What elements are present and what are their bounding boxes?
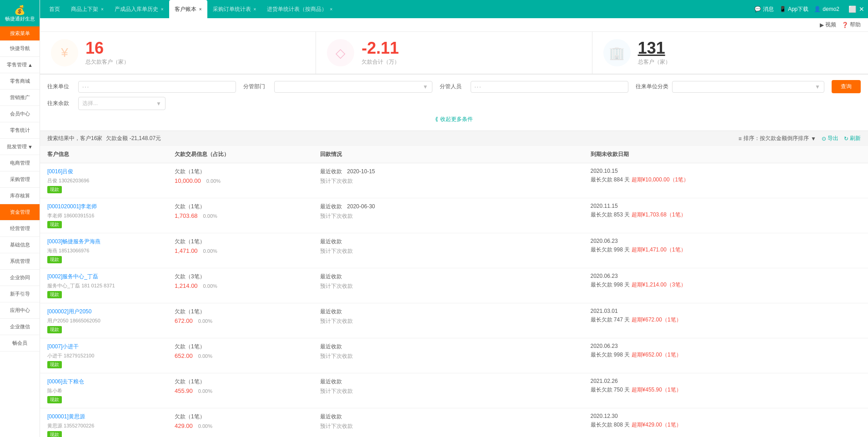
chevron-down-icon: ▼ (28, 144, 33, 150)
sidebar-item-corp-wechat[interactable]: 企业微信 (0, 319, 40, 335)
source-unit-input[interactable]: ··· (78, 81, 236, 93)
payback-label-2: 最近收款 (320, 238, 591, 246)
overdue-days-2: 最长欠款 998 天 超期¥1,471.00（1笔） (591, 246, 861, 254)
filter-source-unit: 往来单位 ··· (47, 81, 236, 93)
tab-close-products[interactable]: × (101, 7, 104, 12)
debt-amount-3: 1,214.00 (175, 282, 198, 289)
sidebar-search-menu[interactable]: 搜索菜单 (0, 26, 40, 40)
customer-info-1: [0001020001]李老师 李老师 18600391516 现款 (47, 203, 175, 228)
refresh-button[interactable]: ↻ 刷新 (844, 135, 861, 142)
debt-row-6: 455.90 0.00% (175, 387, 320, 394)
tab-incoming[interactable]: 进货单统计表（按商品）× (261, 0, 338, 18)
sort-chevron-icon: ▼ (811, 136, 816, 142)
tab-customer[interactable]: 客户账本× (169, 0, 207, 18)
export-button[interactable]: ⊙ 导出 (822, 135, 838, 142)
category-select[interactable]: ▼ (672, 81, 824, 93)
table-row: [000002]用户2050 用户2050 18665062050 现款 欠款（… (40, 303, 868, 338)
sidebar-item-basic-info[interactable]: 基础信息 (0, 237, 40, 253)
video-btn[interactable]: ▶ 视频 (820, 21, 836, 29)
stat-label-2: 总客户（家） (638, 58, 671, 66)
customer-name-5[interactable]: [0007]小进干 (47, 343, 175, 351)
overdue-link-5[interactable]: 超期¥652.00（1笔） (632, 352, 682, 358)
customer-name-0[interactable]: [0016]吕俊 (47, 168, 175, 176)
sidebar-item-member[interactable]: 会员中心 (0, 106, 40, 122)
sidebar-item-ecommerce[interactable]: 电商管理 (0, 155, 40, 171)
message-btn[interactable]: 💬 消息 (754, 5, 774, 13)
sidebar-item-capital[interactable]: 资金管理 (0, 204, 40, 221)
app-download-btn[interactable]: 📱 App下载 (779, 5, 808, 13)
stat-label-0: 总欠款客户（家） (85, 58, 129, 66)
sidebar-item-retail-mgmt[interactable]: 零售管理▲ (0, 57, 40, 73)
table-container: 客户信息 欠款交易信息（占比） 回款情况 到期未收款日期 [0016]吕俊 吕俊… (40, 146, 868, 437)
col-debt-info: 欠款交易信息（占比） (175, 151, 320, 158)
collapse-row[interactable]: ⟪ 收起更多条件 (47, 114, 861, 125)
tab-production[interactable]: 产成品入库单历史× (109, 0, 169, 18)
balance-select[interactable]: 选择... ▼ (78, 97, 166, 110)
sidebar-item-marketing[interactable]: 营销推广 (0, 90, 40, 106)
overdue-info-2: 2020.06.23 最长欠款 998 天 超期¥1,471.00（1笔） (591, 238, 861, 254)
overdue-link-0[interactable]: 超期¥10,000.00（1笔） (632, 176, 689, 183)
stat-info-2: 131 总客户（家） (638, 40, 671, 66)
tab-close-production[interactable]: × (161, 7, 164, 12)
overdue-link-2[interactable]: 超期¥1,471.00（1笔） (632, 246, 686, 253)
customer-phone-1: 李老师 18600391516 (47, 212, 175, 219)
sidebar-item-app-center[interactable]: 应用中心 (0, 302, 40, 319)
person-input[interactable]: ··· (471, 81, 628, 93)
overdue-link-4[interactable]: 超期¥672.00（1笔） (632, 316, 682, 323)
overdue-link-7[interactable]: 超期¥429.00（1笔） (632, 422, 682, 428)
refresh-icon: ↻ (844, 136, 848, 142)
window-restore-btn[interactable]: ⬜ (848, 5, 856, 13)
debt-row-5: 652.00 0.00% (175, 352, 320, 359)
customer-info-2: [0003]畅捷服务尹海燕 海燕 18513066976 现款 (47, 238, 175, 263)
sidebar-item-retail-stats[interactable]: 零售统计 (0, 122, 40, 139)
dept-select[interactable]: ▼ (274, 81, 432, 93)
help-btn[interactable]: ❓ 帮助 (842, 21, 861, 29)
tab-close-incoming[interactable]: × (330, 7, 332, 12)
payback-label-0: 最近收款 2020-10-15 (320, 168, 591, 176)
sort-select[interactable]: ≡ 排序：按欠款金额倒序排序 ▼ (738, 135, 816, 142)
filter-label-balance: 往来余款 (47, 100, 75, 107)
debt-amount-7: 429.00 (175, 422, 193, 429)
sidebar-item-quick-nav[interactable]: 快捷导航 (0, 40, 40, 57)
overdue-link-3[interactable]: 超期¥1,214.00（3笔） (632, 281, 686, 288)
customer-tag-7: 现款 (47, 431, 62, 437)
payback-info-7: 最近收款 预计下次收款 (320, 413, 591, 430)
customer-name-4[interactable]: [000002]用户2050 (47, 308, 175, 316)
tab-home[interactable]: 首页 (44, 0, 65, 18)
results-bar-right: ≡ 排序：按欠款金额倒序排序 ▼ ⊙ 导出 ↻ 刷新 (738, 135, 861, 142)
tab-close-purchase[interactable]: × (254, 7, 256, 12)
sidebar-item-operations[interactable]: 经营管理 (0, 221, 40, 237)
sidebar-item-purchase-mgmt[interactable]: 采购管理 (0, 171, 40, 188)
customer-name-3[interactable]: [0002]服务中心_丁磊 (47, 273, 175, 281)
sidebar-item-vip[interactable]: 畅会员 (0, 335, 40, 352)
tab-close-customer[interactable]: × (199, 7, 202, 12)
sidebar-item-retail-mall[interactable]: 零售商城 (0, 73, 40, 90)
overdue-link-1[interactable]: 超期¥1,703.68（1笔） (632, 211, 686, 218)
sidebar-item-inventory[interactable]: 库存核算 (0, 188, 40, 204)
customer-name-2[interactable]: [0003]畅捷服务尹海燕 (47, 238, 175, 246)
tab-purchase[interactable]: 采购订单统计表× (207, 0, 262, 18)
customer-name-6[interactable]: [0006]去下粮仓 (47, 378, 175, 386)
tab-products[interactable]: 商品上下架× (65, 0, 109, 18)
debt-info-0: 欠款（1笔） 10,000.00 0.00% (175, 168, 320, 184)
sidebar-item-system[interactable]: 系统管理 (0, 253, 40, 270)
user-avatar[interactable]: 👤 demo2 (814, 6, 839, 12)
stat-number-0: 16 (85, 40, 129, 56)
window-close-btn[interactable]: ✕ (859, 5, 864, 13)
table-row: [0003]畅捷服务尹海燕 海燕 18513066976 现款 欠款（1笔） 1… (40, 233, 868, 268)
debt-amount-4: 672.00 (175, 317, 193, 324)
sidebar-item-batch-mgmt[interactable]: 批发管理▼ (0, 139, 40, 155)
stats-container: ▶ 视频 ❓ 帮助 ¥ 16 总欠款客户（家） ◇ -2.11 欠款合计（万） (40, 18, 868, 75)
table-row: [0016]吕俊 吕俊 13026203696 现款 欠款（1笔） 10,000… (40, 163, 868, 198)
sidebar-item-enterprise[interactable]: 企业协同 (0, 270, 40, 286)
search-button[interactable]: 查询 (832, 80, 861, 93)
app-name: 畅捷通好生意 (4, 15, 36, 22)
overdue-link-6[interactable]: 超期¥455.90（1笔） (632, 387, 682, 393)
stat-label-1: 欠款合计（万） (361, 58, 400, 66)
overdue-info-4: 2021.03.01 最长欠款 747 天 超期¥672.00（1笔） (591, 308, 861, 324)
customer-name-1[interactable]: [0001020001]李老师 (47, 203, 175, 211)
filter-label-category: 往来单位分类 (636, 83, 668, 90)
customer-name-7[interactable]: [000001]黄思源 (47, 413, 175, 421)
payback-info-4: 最近收款 预计下次收款 (320, 308, 591, 325)
sidebar-item-newbie[interactable]: 新手引导 (0, 286, 40, 302)
